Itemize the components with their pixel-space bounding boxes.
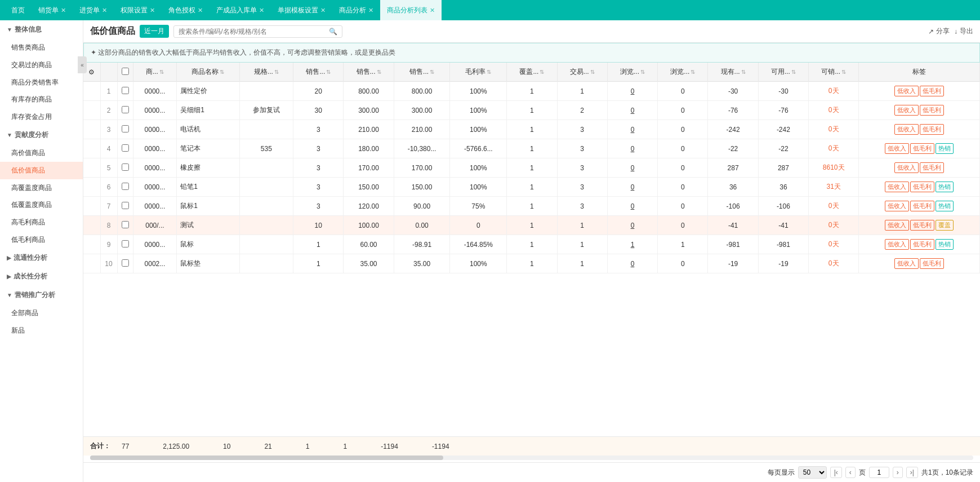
nav-role-auth[interactable]: 角色授权 ✕: [162, 0, 210, 20]
sidebar-group-marketing[interactable]: ▼ 营销推广分析: [0, 286, 83, 304]
sidebar-item-low-value[interactable]: 低价值商品: [0, 162, 83, 179]
checkbox-cell[interactable]: [117, 158, 133, 178]
row-checkbox[interactable]: [122, 183, 129, 190]
footer-qty: 77: [122, 443, 129, 450]
checkbox-cell[interactable]: [117, 197, 133, 216]
sidebar-group-liquidity[interactable]: ▶ 流通性分析: [0, 249, 83, 267]
next-page-button[interactable]: ›: [893, 467, 903, 478]
checkbox-cell[interactable]: [117, 120, 133, 139]
saleable-column-header[interactable]: 可销...⇅: [809, 63, 859, 82]
sidebar-item-stocked-products[interactable]: 有库存的商品: [0, 91, 83, 108]
browse-link[interactable]: 0: [631, 260, 635, 268]
sales-cost-column-header[interactable]: 销售...⇅: [394, 63, 450, 82]
row-checkbox[interactable]: [122, 125, 129, 132]
browse2-column-header[interactable]: 浏览...⇅: [658, 63, 708, 82]
close-icon[interactable]: ✕: [368, 7, 373, 14]
checkbox-cell[interactable]: [117, 216, 133, 235]
sidebar-item-low-margin[interactable]: 低毛利商品: [0, 231, 83, 249]
search-icon[interactable]: 🔍: [329, 28, 337, 36]
transaction-column-header[interactable]: 交易...⇅: [557, 63, 607, 82]
code-column-header[interactable]: 商...⇅: [133, 63, 177, 82]
first-page-button[interactable]: |‹: [830, 467, 842, 478]
nav-sales-order[interactable]: 销货单 ✕: [32, 0, 73, 20]
browse1-column-header[interactable]: 浏览...⇅: [607, 63, 657, 82]
horizontal-scrollbar[interactable]: [90, 456, 973, 460]
nav-template-settings[interactable]: 单据模板设置 ✕: [271, 0, 332, 20]
sidebar-item-new-products[interactable]: 新品: [0, 322, 83, 339]
sidebar-item-traded-products[interactable]: 交易过的商品: [0, 56, 83, 74]
arrow-icon: ▶: [7, 255, 11, 261]
sidebar-group-contribution[interactable]: ▼ 贡献度分析: [0, 126, 83, 144]
nav-permissions[interactable]: 权限设置 ✕: [114, 0, 162, 20]
nav-purchase-order[interactable]: 进货单 ✕: [73, 0, 114, 20]
scrollbar-thumb[interactable]: [90, 456, 443, 460]
row-checkbox[interactable]: [122, 221, 129, 228]
row-checkbox[interactable]: [122, 87, 129, 94]
search-input[interactable]: [179, 28, 329, 36]
prev-page-button[interactable]: ‹: [845, 467, 856, 478]
sidebar-item-high-value[interactable]: 高价值商品: [0, 144, 83, 162]
row-checkbox[interactable]: [122, 259, 129, 267]
sidebar-item-category-sales-rate[interactable]: 商品分类销售率: [0, 74, 83, 91]
margin-column-header[interactable]: 毛利率⇅: [450, 63, 507, 82]
browse-link[interactable]: 0: [631, 183, 635, 191]
sidebar-item-all-products[interactable]: 全部商品: [0, 304, 83, 322]
browse-link[interactable]: 0: [631, 145, 635, 153]
sidebar-item-inventory-capital[interactable]: 库存资金占用: [0, 108, 83, 126]
checkbox-cell[interactable]: [117, 178, 133, 197]
browse-link[interactable]: 0: [631, 126, 635, 134]
row-checkbox[interactable]: [122, 144, 129, 152]
browse-link[interactable]: 0: [631, 222, 635, 229]
row-checkbox[interactable]: [122, 202, 129, 209]
browse-link[interactable]: 0: [631, 87, 635, 95]
nav-home[interactable]: 首页: [5, 0, 32, 20]
select-all-checkbox[interactable]: [122, 68, 129, 75]
close-icon[interactable]: ✕: [430, 7, 435, 14]
close-icon[interactable]: ✕: [61, 7, 66, 14]
browse-link[interactable]: 0: [631, 107, 635, 114]
sidebar-group-growth[interactable]: ▶ 成长性分析: [0, 267, 83, 286]
checkbox-cell[interactable]: [117, 254, 133, 273]
checkbox-cell[interactable]: [117, 82, 133, 101]
row-checkbox[interactable]: [122, 240, 129, 247]
close-icon[interactable]: ✕: [198, 7, 203, 14]
sidebar-item-sales-products[interactable]: 销售类商品: [0, 39, 83, 56]
page-size-select[interactable]: 50 100 200: [798, 466, 827, 479]
margin-cell: 100%: [450, 120, 507, 139]
browse-link[interactable]: 1: [631, 241, 635, 249]
nav-product-inbound[interactable]: 产成品入库单 ✕: [210, 0, 271, 20]
browse-link[interactable]: 0: [631, 202, 635, 210]
checkbox-cell[interactable]: [117, 235, 133, 254]
checkbox-cell[interactable]: [117, 139, 133, 158]
close-icon[interactable]: ✕: [102, 7, 107, 14]
sidebar-group-overview[interactable]: ▼ 整体信息: [0, 20, 83, 39]
qty-column-header[interactable]: 销售...⇅: [293, 63, 344, 82]
close-icon[interactable]: ✕: [259, 7, 264, 14]
close-icon[interactable]: ✕: [320, 7, 326, 14]
checkbox-cell[interactable]: [117, 101, 133, 120]
available-column-header[interactable]: 可用...⇅: [758, 63, 808, 82]
sidebar-item-high-margin[interactable]: 高毛利商品: [0, 214, 83, 231]
data-table: ⚙ 商...⇅ 商品名称⇅ 规格...⇅ 销售...⇅ 销售...⇅ 销售...…: [83, 63, 980, 273]
page-number-input[interactable]: [869, 467, 889, 478]
browse-link[interactable]: 0: [631, 164, 635, 172]
export-button[interactable]: ↓ 导出: [954, 26, 973, 36]
sidebar-item-high-coverage[interactable]: 高覆盖度商品: [0, 179, 83, 197]
last-page-button[interactable]: ›|: [906, 467, 918, 478]
sales-price-column-header[interactable]: 销售...⇅: [344, 63, 394, 82]
content-header: « 低价值商品 近一月 🔍 ↗ 分享 ↓ 导出: [83, 20, 980, 43]
close-icon[interactable]: ✕: [150, 7, 155, 14]
row-checkbox[interactable]: [122, 163, 129, 171]
share-button[interactable]: ↗ 分享: [928, 26, 950, 36]
filter-period-button[interactable]: 近一月: [140, 25, 169, 38]
sidebar-item-low-coverage[interactable]: 低覆盖度商品: [0, 196, 83, 214]
settings-column-header[interactable]: ⚙: [83, 63, 100, 82]
coverage-column-header[interactable]: 覆盖...⇅: [507, 63, 557, 82]
row-checkbox[interactable]: [122, 106, 129, 113]
nav-product-analysis-list[interactable]: 商品分析列表 ✕: [380, 0, 442, 20]
nav-product-analysis[interactable]: 商品分析 ✕: [332, 0, 380, 20]
checkbox-column-header[interactable]: [117, 63, 133, 82]
current-column-header[interactable]: 现有...⇅: [708, 63, 758, 82]
spec-column-header[interactable]: 规格...⇅: [239, 63, 293, 82]
name-column-header[interactable]: 商品名称⇅: [177, 63, 239, 82]
